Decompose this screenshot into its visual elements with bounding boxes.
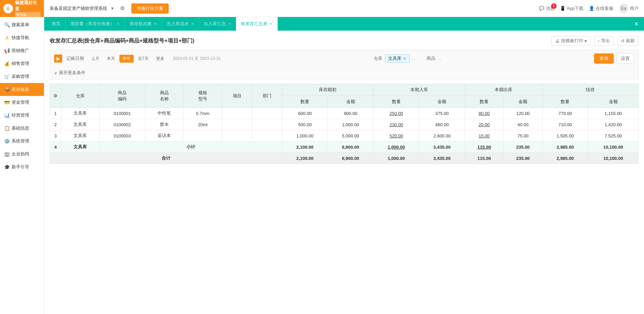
- cell-name-2: 采访本: [145, 130, 183, 142]
- warehouse-tag-close[interactable]: ✕: [403, 56, 407, 61]
- tab-inout-flow-close[interactable]: ✕: [191, 22, 194, 26]
- subtotal-index: 4: [50, 142, 61, 153]
- subtotal-closing-qty: 2,985.00: [542, 142, 588, 153]
- cell-closing-qty-1: 710.00: [542, 119, 588, 130]
- print-btn-label: 按模板打印: [561, 38, 583, 44]
- table-row: 2 文具库 0100002 胶水 20ml 500.00 1,000.00 23…: [50, 119, 639, 130]
- tab-inventory-dist[interactable]: 现存量（库存分布表） ✕: [66, 17, 125, 31]
- operations-icon: 📊: [4, 113, 10, 118]
- marketing-icon: 📢: [4, 48, 10, 53]
- print-icon: 🖨: [555, 38, 560, 44]
- cell-inbound-qty-2[interactable]: 520.00: [374, 130, 419, 142]
- th-opening-qty: 数量: [282, 96, 328, 108]
- date-btn-this-month[interactable]: 本月: [104, 55, 118, 63]
- total-closing-qty: 2,985.00: [542, 153, 588, 164]
- total-opening-qty: 2,100.00: [282, 153, 328, 164]
- tab-inout-flow[interactable]: 出入库流水 ✕: [162, 17, 199, 31]
- filter-settings-btn[interactable]: 设置: [616, 53, 634, 64]
- cell-inbound-qty-1[interactable]: 230.00: [374, 119, 419, 130]
- app-download-btn[interactable]: 📱 App下载: [560, 5, 583, 12]
- tab-stock-summary[interactable]: 收发存汇总表 ✕: [236, 17, 278, 31]
- sidebar-item-sales[interactable]: 💰销售管理: [0, 57, 44, 70]
- sidebar-item-operations-label: 经营管理: [12, 112, 29, 118]
- sidebar-item-quick-nav[interactable]: ⚡快捷导航: [0, 31, 44, 44]
- table-row: 3 文具库 0100003 采访本 1,000.00 5,000.00 520.…: [50, 130, 639, 142]
- sidebar-item-enterprise[interactable]: 🏢企业协同: [0, 148, 44, 161]
- user-label: 用户: [630, 5, 639, 12]
- system-dropdown-icon[interactable]: ▾: [111, 6, 114, 11]
- subtotal-opening-amount: 6,900.00: [328, 142, 373, 153]
- cell-project-2: [222, 130, 252, 142]
- tab-home[interactable]: 首页: [47, 17, 66, 31]
- cell-outbound-qty-0[interactable]: 80.00: [465, 108, 503, 119]
- subtotal-outbound-qty[interactable]: 115.00: [465, 142, 503, 153]
- tabbar-close-btn[interactable]: ✕: [631, 21, 641, 27]
- sidebar-item-finance[interactable]: 💳资金管理: [0, 96, 44, 109]
- refresh-icon: ↺: [621, 38, 625, 44]
- sidebar-item-operations[interactable]: 📊经营管理: [0, 109, 44, 122]
- cell-outbound-qty-1[interactable]: 20.00: [465, 119, 503, 130]
- app-logo-icon: 6: [3, 4, 13, 13]
- online-service-label: 在线客服: [596, 5, 613, 12]
- tab-inventory-dist-close[interactable]: ✕: [117, 22, 120, 26]
- cell-index-2: 3: [50, 130, 61, 142]
- sidebar-item-marketing-label: 营销推广: [12, 48, 29, 54]
- th-settings[interactable]: ⚙: [50, 84, 61, 108]
- total-outbound-amount: 235.00: [503, 153, 542, 164]
- tab-batch-close[interactable]: ✕: [154, 22, 157, 26]
- sidebar-item-finance-label: 资金管理: [12, 99, 29, 105]
- sidebar-item-search-label: 搜索菜单: [12, 22, 29, 28]
- tab-batch[interactable]: 库存批次账 ✕: [125, 17, 162, 31]
- cell-inbound-qty-0[interactable]: 250.00: [374, 108, 419, 119]
- tab-inout-flow-label: 出入库流水: [167, 21, 189, 27]
- basic-info-icon: 📋: [4, 126, 10, 131]
- notification-btn[interactable]: 💬 消息 6: [539, 5, 555, 12]
- subtotal-row: 4 文具库 小计 2,100.00 6,900.00 1,000.00 3,43…: [50, 142, 639, 153]
- tab-stock-summary-close[interactable]: ✕: [269, 22, 273, 26]
- cell-outbound-amount-1: 40.00: [503, 119, 542, 130]
- cell-warehouse-1: 文具库: [61, 119, 100, 130]
- expand-more-row: ∨ 展开更多条件: [54, 70, 85, 76]
- tab-inout-summary[interactable]: 出入库汇总 ✕: [199, 17, 236, 31]
- expand-more-btn[interactable]: ∨ 展开更多条件: [54, 70, 85, 76]
- user-menu[interactable]: Ea 用户: [619, 4, 639, 13]
- filter-bar: ▶ 记账日期 上月 本月 本年 近7天 更多 2023-01-01 至 2023…: [50, 50, 639, 80]
- cell-warehouse-2: 文具库: [61, 130, 100, 142]
- data-table: ⚙ 仓库 商品编码 商品名称 规格型号 项目 部门 库存期初 本期入库 本期出库…: [50, 84, 639, 164]
- sidebar-item-inventory[interactable]: 📦库存核算: [0, 83, 44, 96]
- sidebar-item-newbie[interactable]: 🎓新手引导: [0, 161, 44, 173]
- settings-icon[interactable]: ⚙: [118, 4, 127, 13]
- filter-actions: 查询 设置: [594, 53, 634, 64]
- refresh-btn[interactable]: ↺ 刷新: [617, 36, 639, 46]
- sidebar-item-search[interactable]: 🔍搜索菜单: [0, 18, 44, 31]
- cell-dept-0: [252, 108, 282, 119]
- warehouse-more-btn[interactable]: ...: [412, 56, 416, 61]
- query-btn[interactable]: 查询: [594, 53, 614, 64]
- sidebar-item-marketing[interactable]: 📢营销推广: [0, 44, 44, 57]
- date-btn-last-month[interactable]: 上月: [88, 55, 102, 63]
- date-btn-more[interactable]: 更多: [153, 55, 167, 63]
- trial-button[interactable]: 体验行业方案: [131, 3, 169, 14]
- sidebar-item-basic-info[interactable]: 📋基础信息: [0, 122, 44, 135]
- goods-label: 商品: [427, 55, 435, 62]
- cell-spec-1: 20ml: [183, 119, 222, 130]
- cell-outbound-qty-2[interactable]: 15.00: [465, 130, 503, 142]
- th-closing: 结存: [542, 84, 638, 96]
- sidebar-item-system[interactable]: ⚙️系统管理: [0, 135, 44, 148]
- goods-more-btn[interactable]: ...: [438, 56, 442, 61]
- sidebar-item-purchase-label: 采购管理: [12, 73, 29, 80]
- date-btn-7days[interactable]: 近7天: [135, 55, 152, 63]
- total-label: 合计: [50, 153, 282, 164]
- filter-expand-btn[interactable]: ▶: [54, 54, 62, 63]
- th-inbound: 本期入库: [374, 84, 465, 96]
- print-btn[interactable]: 🖨 按模板打印 ▾: [551, 36, 591, 46]
- subtotal-inbound-qty[interactable]: 1,000.00: [374, 142, 419, 153]
- online-service-btn[interactable]: 👤 在线客服: [589, 5, 613, 12]
- date-btn-this-year[interactable]: 本年: [119, 55, 134, 63]
- export-btn[interactable]: ↑ 导出: [594, 36, 614, 46]
- cell-closing-amount-2: 7,525.00: [588, 130, 639, 142]
- tab-inout-summary-close[interactable]: ✕: [228, 22, 231, 26]
- cell-code-1: 0100002: [99, 119, 145, 130]
- sidebar-item-purchase[interactable]: 🛒采购管理: [0, 70, 44, 83]
- newbie-icon: 🎓: [4, 164, 10, 170]
